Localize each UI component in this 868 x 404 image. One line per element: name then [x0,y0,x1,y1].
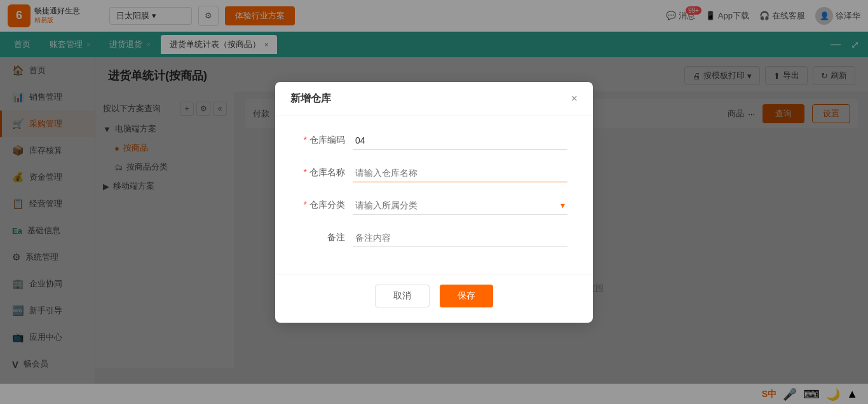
form-row-code: 仓库编码 [301,131,567,150]
save-button[interactable]: 保存 [440,285,493,307]
name-input[interactable] [353,164,567,182]
modal-title: 新增仓库 [290,92,331,105]
category-dropdown-icon: ▾ [560,200,565,210]
new-warehouse-modal: 新增仓库 × 仓库编码 仓库名称 仓库分类 [275,82,593,323]
notes-input[interactable] [353,229,567,247]
modal-header: 新增仓库 × [275,82,593,116]
category-label: 仓库分类 [301,199,345,211]
code-input[interactable] [353,131,567,150]
modal-footer: 取消 保存 [275,274,593,323]
name-label: 仓库名称 [301,167,345,178]
form-row-name: 仓库名称 [301,164,567,182]
form-row-notes: 备注 [301,229,567,247]
category-input[interactable] [355,200,560,210]
form-row-category: 仓库分类 ▾ [301,196,567,215]
notes-label: 备注 [301,232,345,243]
cancel-button[interactable]: 取消 [375,285,430,307]
modal-body: 仓库编码 仓库名称 仓库分类 ▾ 备注 [275,116,593,274]
modal-overlay[interactable]: 新增仓库 × 仓库编码 仓库名称 仓库分类 [0,0,868,404]
code-label: 仓库编码 [301,135,345,146]
category-select-wrap[interactable]: ▾ [353,196,567,215]
modal-close-button[interactable]: × [571,92,578,105]
